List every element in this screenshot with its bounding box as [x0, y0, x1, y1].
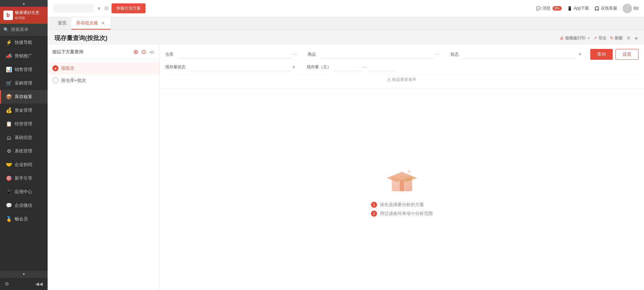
- settings-top-icon[interactable]: ⚙: [104, 5, 109, 12]
- online-service-btn[interactable]: 🎧 在线客服: [594, 5, 617, 11]
- warehouse-dots[interactable]: ···: [292, 51, 297, 57]
- plan-active-icon: ●: [52, 65, 58, 71]
- sidebar-item-wechat[interactable]: 💬 企业微信: [0, 199, 48, 212]
- current-qty-max[interactable]: [368, 63, 395, 71]
- sidebar-item-inventory[interactable]: 📦 库存核算: [0, 90, 48, 104]
- sidebar-footer: ⚙ ◀◀: [0, 277, 48, 290]
- settings-plan-btn[interactable]: ⊙: [141, 48, 146, 56]
- inventory-status-select[interactable]: [188, 63, 290, 71]
- sidebar-item-operations[interactable]: 📋 经营管理: [0, 117, 48, 131]
- newbie-icon: 🎯: [6, 175, 12, 181]
- sidebar-item-label: 库存核算: [15, 94, 32, 100]
- sidebar-item-label: 采购管理: [15, 80, 32, 86]
- page-actions: 🖨 按模板打印 ▼ ↗ 导出 ↻ 刷新 ✕ ◀: [560, 35, 637, 41]
- left-panel: 按以下方案查询 ⊕ ⊙ ≪ ● 按批次 ○ 按仓库+批次: [48, 45, 160, 290]
- close-panel-btn[interactable]: ✕: [626, 35, 631, 41]
- sidebar-item-label: 畅会员: [15, 216, 28, 222]
- filter-action-buttons: 查询 设置: [590, 49, 639, 60]
- sidebar-item-member[interactable]: 🏅 畅会员: [0, 212, 48, 226]
- sidebar-item-newbie[interactable]: 🎯 新手引导: [0, 171, 48, 185]
- app-name: 畅康通好生意: [15, 10, 39, 16]
- sidebar-nav: ⚡ 快捷导航 📣 营销推广 📊 销售管理 🛒 采购管理 📦 库存核算 💰 资金管…: [0, 36, 48, 271]
- dropdown-arrow-icon[interactable]: ▼: [97, 6, 101, 11]
- collapse-sidebar-icon[interactable]: ◀◀: [35, 281, 43, 287]
- right-panel: 仓库 ··· 商品 ··· 状态: [160, 45, 644, 290]
- basic-icon: 🗂: [6, 134, 12, 141]
- tab-batch-account-label: 库存批次账: [76, 20, 98, 26]
- inventory-status-arrow[interactable]: ▼: [292, 65, 296, 70]
- sidebar-item-label: 资金管理: [15, 107, 32, 113]
- sidebar: ▲ b 畅康通好生意 标准版 🔍 搜索菜单 ⚡ 快捷导航 📣 营销推广 📊 销售…: [0, 0, 48, 290]
- collapse-label: 收起更多条件: [392, 77, 417, 83]
- empty-icon: [385, 162, 419, 196]
- main-content: ▼ ⚙ 体验行业方案 💬 消息 99+ 📱 App下载 🎧 在线客服 Rit: [48, 0, 644, 290]
- product-dots[interactable]: ···: [435, 51, 439, 57]
- sidebar-item-basic[interactable]: 🗂 基础信息: [0, 131, 48, 144]
- left-panel-actions: ⊕ ⊙ ≪: [133, 48, 155, 56]
- top-bar: ▼ ⚙ 体验行业方案 💬 消息 99+ 📱 App下载 🎧 在线客服 Rit: [48, 0, 644, 17]
- top-search-input[interactable]: [53, 4, 94, 13]
- product-label: 商品: [308, 52, 318, 57]
- sidebar-item-purchase[interactable]: 🛒 采购管理: [0, 76, 48, 90]
- sidebar-item-sales[interactable]: 📊 销售管理: [0, 63, 48, 76]
- product-filter: 商品 ···: [308, 51, 439, 58]
- plan-item-by-batch[interactable]: ● 按批次: [48, 62, 159, 74]
- sidebar-item-label: 系统管理: [15, 148, 32, 154]
- export-btn[interactable]: ↗ 导出: [594, 35, 607, 41]
- messages-btn[interactable]: 💬 消息 99+: [536, 5, 562, 11]
- settings-icon[interactable]: ⚙: [5, 281, 9, 287]
- user-name: Rit: [633, 6, 639, 11]
- sidebar-item-label: 企业协同: [15, 162, 32, 168]
- top-bar-left: ▼ ⚙ 体验行业方案: [53, 3, 532, 13]
- plan-inactive-icon: ○: [52, 77, 58, 84]
- printer-icon: 🖨: [560, 36, 564, 40]
- collapse-left-btn[interactable]: ≪: [149, 49, 155, 55]
- warehouse-label: 仓库: [165, 52, 175, 57]
- print-template-btn[interactable]: 🖨 按模板打印 ▼: [560, 35, 590, 41]
- sidebar-item-label: 新手引导: [15, 175, 32, 181]
- product-input[interactable]: [321, 51, 434, 58]
- plan-item-by-warehouse-batch[interactable]: ○ 按仓库+批次: [48, 74, 159, 87]
- sidebar-item-apps[interactable]: 📱 应用中心: [0, 185, 48, 199]
- plan-list: ● 按批次 ○ 按仓库+批次: [48, 59, 159, 290]
- status-label: 状态: [451, 52, 461, 57]
- sidebar-scroll-up[interactable]: ▲: [0, 0, 48, 7]
- sidebar-item-label: 企业微信: [15, 202, 32, 209]
- online-service-label: 在线客服: [601, 5, 617, 11]
- app-download-btn[interactable]: 📱 App下载: [567, 5, 589, 11]
- tab-batch-account[interactable]: 库存批次账 ✕: [71, 17, 111, 30]
- current-qty-min[interactable]: [334, 63, 361, 71]
- app-info: 畅康通好生意 标准版: [15, 10, 39, 20]
- settings-btn[interactable]: 设置: [615, 49, 639, 60]
- status-input[interactable]: [463, 51, 577, 58]
- user-menu[interactable]: Rit: [623, 4, 639, 13]
- tab-home[interactable]: 首页: [53, 17, 71, 30]
- sidebar-search[interactable]: 🔍 搜索菜单: [0, 24, 48, 36]
- inventory-icon: 📦: [6, 94, 12, 100]
- sidebar-item-label: 基础信息: [15, 134, 32, 141]
- experience-btn[interactable]: 体验行业方案: [112, 3, 146, 13]
- sidebar-item-finance[interactable]: 💰 资金管理: [0, 104, 48, 117]
- sidebar-item-system[interactable]: ⚙ 系统管理: [0, 144, 48, 158]
- sidebar-item-enterprise[interactable]: 🤝 企业协同: [0, 158, 48, 171]
- refresh-btn[interactable]: ↻ 刷新: [610, 35, 623, 41]
- query-btn[interactable]: 查询: [590, 49, 613, 60]
- current-qty-label: 现存量（主）: [307, 64, 331, 70]
- add-plan-btn[interactable]: ⊕: [133, 48, 138, 56]
- empty-tip-2: 2 用过滤条件来缩小分析范围: [371, 211, 433, 217]
- apps-icon: 📱: [6, 189, 12, 195]
- quick-nav-icon: ⚡: [6, 39, 12, 46]
- status-dropdown-icon[interactable]: ▼: [578, 52, 582, 57]
- sidebar-item-marketing[interactable]: 📣 营销推广: [0, 49, 48, 63]
- sidebar-item-quick-nav[interactable]: ⚡ 快捷导航: [0, 36, 48, 49]
- collapse-filters-btn[interactable]: ⋀ 收起更多条件: [165, 74, 639, 85]
- tip-num-1: 1: [371, 202, 377, 208]
- top-bar-right: 💬 消息 99+ 📱 App下载 🎧 在线客服 Rit: [536, 4, 639, 13]
- wechat-icon: 💬: [6, 202, 12, 209]
- sidebar-scroll-down[interactable]: ▼: [0, 271, 48, 277]
- search-icon: 🔍: [3, 27, 9, 32]
- expand-panel-btn[interactable]: ◀: [634, 36, 637, 40]
- print-dropdown-icon[interactable]: ▼: [587, 36, 590, 40]
- tab-close-icon[interactable]: ✕: [100, 20, 106, 26]
- warehouse-input[interactable]: [178, 51, 291, 58]
